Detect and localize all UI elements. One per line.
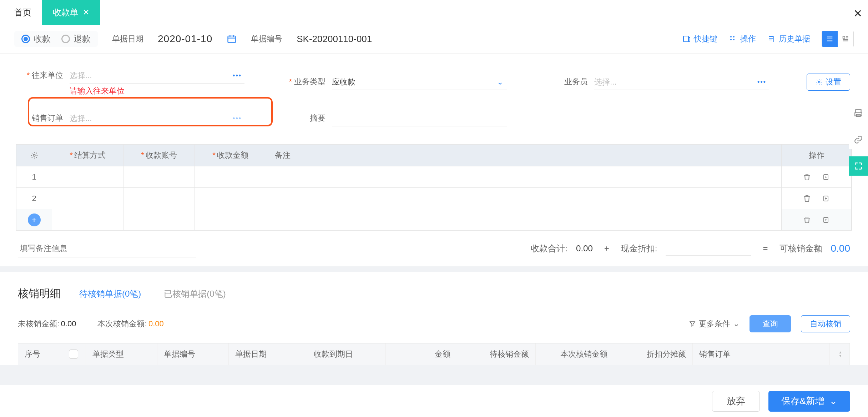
view-detail-button[interactable] [838, 31, 853, 47]
sales-field: 业务员 选择... ••• [542, 74, 769, 90]
view-toggle [822, 31, 854, 47]
duedate-header[interactable]: 收款到期日 [307, 343, 386, 365]
order-select[interactable]: 选择... ••• [70, 111, 244, 126]
more-icon[interactable]: ••• [757, 78, 766, 86]
copy-icon[interactable] [822, 194, 831, 203]
tab-pending[interactable]: 待核销单据(0笔) [75, 287, 145, 301]
copy-icon[interactable] [822, 216, 831, 224]
query-button[interactable]: 查询 [750, 315, 791, 332]
svg-rect-0 [228, 36, 236, 43]
table-row: 2 [16, 187, 852, 209]
type-header[interactable]: 单据类型 [86, 343, 157, 365]
rail-link-icon[interactable] [849, 130, 868, 149]
side-rail [849, 104, 868, 176]
acct-cell[interactable] [123, 209, 195, 230]
shortcut-button[interactable]: 快捷键 [682, 34, 717, 44]
customer-select[interactable]: 选择... ••• [70, 68, 244, 84]
settle-cell[interactable] [52, 188, 123, 209]
more-filter-button[interactable]: 更多条件 ⌄ [689, 318, 740, 329]
config-header[interactable] [16, 145, 52, 166]
tab-receipt[interactable]: 收款单 ✕ [42, 0, 100, 25]
sort-header[interactable]: ▲▼ [830, 343, 850, 365]
auto-writeoff-button[interactable]: 自动核销 [801, 315, 850, 332]
writeoff-section: 核销明细 待核销单据(0笔) 已核销单据(0笔) 未核销金额: 0.00 本次核… [0, 266, 868, 365]
shortcut-label: 快捷键 [694, 34, 717, 44]
settle-cell[interactable] [52, 209, 123, 230]
unwritten-label: 未核销金额: [18, 319, 59, 328]
table-row: 1 [16, 166, 852, 187]
sales-select[interactable]: 选择... ••• [594, 74, 769, 90]
note-header: 备注 [266, 145, 782, 166]
amt-cell[interactable] [195, 166, 266, 187]
chevron-down-icon: ⌄ [829, 396, 837, 407]
amt-header[interactable]: 金额 [386, 343, 457, 365]
more-icon[interactable]: ••• [233, 115, 242, 122]
thisw-header[interactable]: 本次核销金额 [536, 343, 614, 365]
window-close-icon[interactable]: ✕ [853, 7, 862, 20]
amt-cell[interactable] [195, 188, 266, 209]
section-stats-row: 未核销金额: 0.00 本次核销金额: 0.00 更多条件 ⌄ 查询 自动核销 [18, 315, 850, 332]
remarks-input[interactable] [18, 240, 196, 257]
biztype-field: 业务类型 应收款 ⌄ [280, 74, 507, 90]
settle-cell[interactable] [52, 166, 123, 187]
note-cell[interactable] [266, 166, 782, 187]
history-button[interactable]: 历史单据 [767, 34, 810, 44]
code-value: SK-20200110-001 [297, 34, 372, 45]
select-all-checkbox[interactable] [69, 350, 78, 359]
gear-icon [30, 151, 38, 159]
biztype-label: 业务类型 [280, 74, 332, 87]
summary-input[interactable] [332, 111, 507, 126]
code-header[interactable]: 单据编号 [157, 343, 229, 365]
plus-sign: + [604, 243, 609, 253]
alloc-header[interactable]: 折扣分摊额 [614, 343, 693, 365]
biztype-select[interactable]: 应收款 ⌄ [332, 74, 507, 90]
rail-print-icon[interactable] [849, 104, 868, 123]
calendar-icon[interactable] [227, 34, 237, 44]
order-header[interactable]: 销售订单 [693, 343, 830, 365]
action-cell [782, 188, 852, 209]
summary-field: 摘要 [280, 111, 507, 126]
unwritten-value: 0.00 [61, 319, 76, 328]
trash-icon[interactable] [803, 216, 811, 224]
row-index: 1 [16, 166, 52, 187]
close-icon[interactable]: ✕ [83, 8, 89, 17]
trash-icon[interactable] [803, 194, 811, 203]
rail-expand-icon[interactable] [849, 156, 868, 176]
pend-header[interactable]: 待核销金额 [457, 343, 536, 365]
acct-cell[interactable] [123, 166, 195, 187]
save-new-button[interactable]: 保存&新增 ⌄ [768, 391, 850, 412]
summary-row: 收款合计: 0.00 + 现金折扣: = 可核销金额 0.00 [18, 238, 850, 259]
order-placeholder: 选择... [70, 113, 92, 124]
svg-rect-1 [683, 36, 688, 42]
radio-receive[interactable]: 收款 [21, 33, 51, 45]
trash-icon[interactable] [803, 173, 811, 181]
tab-receipt-label: 收款单 [53, 7, 79, 18]
gear-icon [816, 79, 823, 86]
copy-icon[interactable] [822, 173, 831, 181]
date-value[interactable]: 2020-01-10 [158, 33, 212, 45]
tab-done[interactable]: 已核销单据(0笔) [160, 287, 230, 301]
radio-receive-label: 收款 [34, 33, 51, 45]
acct-cell[interactable] [123, 188, 195, 209]
settings-button[interactable]: 设置 [807, 74, 850, 91]
action-cell [782, 209, 852, 230]
view-list-button[interactable] [822, 31, 838, 47]
grid-icon [729, 35, 737, 43]
more-icon[interactable]: ••• [233, 72, 242, 79]
operate-button[interactable]: 操作 [729, 34, 756, 44]
cancel-button[interactable]: 放弃 [712, 391, 760, 412]
date-header[interactable]: 单据日期 [229, 343, 307, 365]
amt-cell[interactable] [195, 209, 266, 230]
radio-icon [21, 35, 30, 43]
thiswrite-value: 0.00 [148, 319, 164, 328]
operate-label: 操作 [740, 34, 756, 44]
svg-point-7 [818, 81, 820, 83]
note-cell[interactable] [266, 209, 782, 230]
order-field: 销售订单 选择... ••• [18, 111, 244, 126]
radio-refund[interactable]: 退款 [61, 33, 91, 45]
note-cell[interactable] [266, 188, 782, 209]
discount-input[interactable] [666, 241, 751, 256]
tab-home[interactable]: 首页 [4, 0, 42, 25]
add-row-button[interactable]: + [28, 213, 41, 226]
filter-icon [689, 320, 696, 327]
